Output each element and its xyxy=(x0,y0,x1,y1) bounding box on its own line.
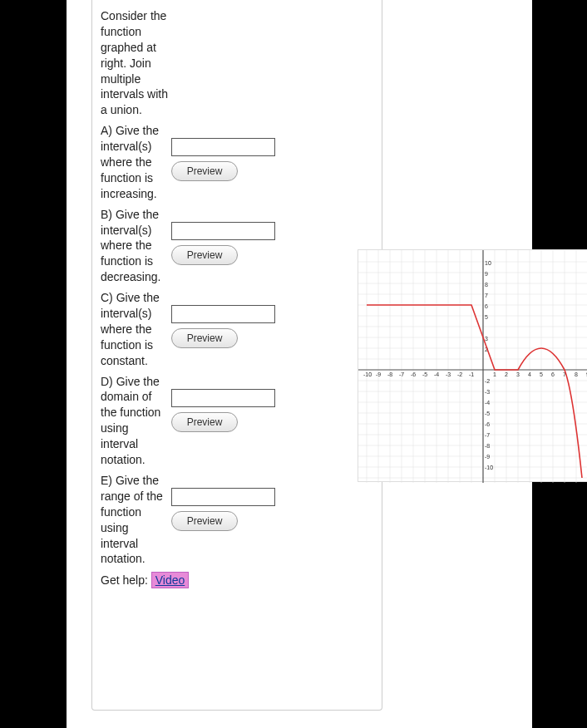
svg-text:-2: -2 xyxy=(485,378,490,384)
question-d-row: D) Give the domain of the function using… xyxy=(101,374,373,468)
question-b-row: B) Give the interval(s) where the functi… xyxy=(101,207,373,285)
svg-text:-7: -7 xyxy=(485,432,490,438)
svg-text:2: 2 xyxy=(505,371,508,377)
svg-text:-8: -8 xyxy=(387,371,392,377)
question-a-inputs: Preview xyxy=(171,123,275,181)
svg-text:-8: -8 xyxy=(485,443,490,449)
svg-text:4: 4 xyxy=(528,371,531,377)
svg-text:-5: -5 xyxy=(485,411,490,416)
svg-text:-1: -1 xyxy=(469,371,474,377)
svg-text:6: 6 xyxy=(551,371,555,377)
question-b-label: B) Give the interval(s) where the functi… xyxy=(101,207,171,285)
question-b-inputs: Preview xyxy=(171,207,275,265)
question-e-row: E) Give the range of the function using … xyxy=(101,473,373,567)
svg-text:-6: -6 xyxy=(411,371,416,377)
answer-b-input[interactable] xyxy=(171,222,275,240)
svg-text:5: 5 xyxy=(540,371,543,377)
question-a-row: A) Give the interval(s) where the functi… xyxy=(101,123,373,201)
svg-text:-4: -4 xyxy=(485,400,490,406)
preview-b-button[interactable]: Preview xyxy=(171,245,238,265)
answer-e-input[interactable] xyxy=(171,488,275,506)
svg-text:10: 10 xyxy=(485,260,491,266)
svg-text:-9: -9 xyxy=(376,371,381,377)
video-link[interactable]: Video xyxy=(151,572,190,588)
svg-text:-10: -10 xyxy=(485,465,493,470)
page-container: Consider the function graphed at right. … xyxy=(67,0,532,728)
function-graph: -10-9-8 -7-6-5 -4-3-2 -1 123 456 789 10 … xyxy=(358,249,587,482)
question-a-label: A) Give the interval(s) where the functi… xyxy=(101,123,171,201)
svg-text:8: 8 xyxy=(575,371,578,377)
svg-text:-10: -10 xyxy=(363,371,372,377)
preview-e-button[interactable]: Preview xyxy=(171,511,238,531)
preview-a-button[interactable]: Preview xyxy=(171,161,238,181)
svg-text:6: 6 xyxy=(485,303,488,309)
svg-text:7: 7 xyxy=(485,293,488,298)
preview-d-button[interactable]: Preview xyxy=(171,412,238,432)
svg-text:3: 3 xyxy=(516,371,520,377)
get-help-label: Get help: xyxy=(101,573,151,587)
svg-text:-9: -9 xyxy=(485,454,490,460)
svg-text:-5: -5 xyxy=(422,371,427,377)
answer-a-input[interactable] xyxy=(171,138,275,156)
svg-text:-3: -3 xyxy=(485,389,490,395)
svg-text:-3: -3 xyxy=(446,371,451,377)
get-help-row: Get help: Video xyxy=(101,573,373,587)
question-c-label: C) Give the interval(s) where the functi… xyxy=(101,290,171,368)
svg-text:-7: -7 xyxy=(399,371,404,377)
svg-text:-2: -2 xyxy=(457,371,462,377)
preview-c-button[interactable]: Preview xyxy=(171,328,238,348)
question-d-inputs: Preview xyxy=(171,374,275,432)
graph-svg: -10-9-8 -7-6-5 -4-3-2 -1 123 456 789 10 … xyxy=(358,250,587,483)
problem-box: Consider the function graphed at right. … xyxy=(91,0,382,711)
answer-c-input[interactable] xyxy=(171,305,275,323)
svg-text:1: 1 xyxy=(493,371,496,377)
svg-text:-4: -4 xyxy=(434,371,439,377)
question-c-row: C) Give the interval(s) where the functi… xyxy=(101,290,373,368)
svg-text:-6: -6 xyxy=(485,421,490,427)
svg-text:3: 3 xyxy=(485,336,488,342)
svg-text:5: 5 xyxy=(485,314,488,320)
svg-text:9: 9 xyxy=(485,271,488,277)
question-d-label: D) Give the domain of the function using… xyxy=(101,374,171,468)
question-e-inputs: Preview xyxy=(171,473,275,531)
instructions-text: Consider the function graphed at right. … xyxy=(101,8,171,118)
answer-d-input[interactable] xyxy=(171,389,275,407)
question-e-label: E) Give the range of the function using … xyxy=(101,473,171,567)
svg-text:8: 8 xyxy=(485,282,488,288)
question-c-inputs: Preview xyxy=(171,290,275,348)
